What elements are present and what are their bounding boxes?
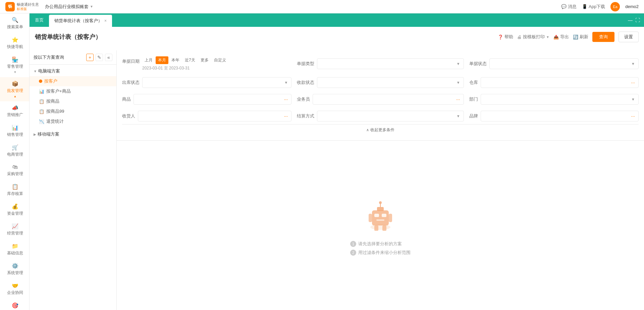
sidebar-item-finance[interactable]: 💰 资金管理 <box>0 200 29 220</box>
scheme-section-mobile-title[interactable]: ▶ 移动端方案 <box>30 129 116 139</box>
chevron-down-icon: ▼ <box>284 81 288 85</box>
recipient-input[interactable]: ··· <box>138 111 291 121</box>
export-icon: 📤 <box>553 35 559 40</box>
scheme-section-desktop-title[interactable]: ▼ 电脑端方案 <box>30 66 116 76</box>
svg-rect-1 <box>372 210 389 225</box>
sidebar-item-cooperation[interactable]: 🤝 企业协同 <box>0 279 29 299</box>
sidebar-item-quick-nav[interactable]: ⭐ 快捷导航 <box>0 33 29 53</box>
sidebar-item-system[interactable]: ⚙️ 系统管理 <box>0 259 29 279</box>
sidebar-item-retail[interactable]: 🏪 零售管理 ▼ <box>0 53 29 77</box>
cooperation-icon: 🤝 <box>12 282 18 289</box>
search-icon: 🔍 <box>12 17 18 23</box>
help-btn[interactable]: ❓ 帮助 <box>498 34 513 40</box>
empty-hints: 1 请先选择要分析的方案 2 用过滤条件来缩小分析范围 <box>350 241 411 256</box>
operations-icon: 📈 <box>12 223 18 229</box>
sidebar-item-inventory[interactable]: 📋 库存核算 <box>0 180 29 200</box>
sidebar-item-basic[interactable]: 📁 基础信息 <box>0 240 29 259</box>
department-cell: 部门 ▼ <box>467 93 639 106</box>
date-btn-last-month[interactable]: 上月 <box>142 56 155 64</box>
scheme-edit-btn[interactable]: ✎ <box>96 54 103 61</box>
out-status-cell: 出库状态 ▼ <box>122 76 294 89</box>
inventory-icon: 📋 <box>12 184 18 190</box>
date-btn-7days[interactable]: 近7天 <box>182 56 198 64</box>
sidebar-item-sales[interactable]: 📊 销售管理 <box>0 121 29 141</box>
warehouse-input[interactable]: ··· <box>481 77 639 88</box>
collapse-bar[interactable]: ∧ 收起更多条件 <box>122 124 639 136</box>
message-icon: 💬 <box>561 4 567 9</box>
order-type-input[interactable]: ▼ <box>317 58 464 69</box>
tab-expand: — ⛶ <box>628 17 644 23</box>
app-download-btn[interactable]: 📱 App下载 <box>582 4 605 10</box>
scheme-header: 按以下方案查询 + ✎ « <box>30 50 116 65</box>
tab-close-icon[interactable]: × <box>104 18 107 23</box>
query-button[interactable]: 查询 <box>592 32 614 42</box>
sidebar-item-operations[interactable]: 📈 经营管理 <box>0 220 29 240</box>
username: demo2 <box>625 4 639 9</box>
collect-status-input[interactable]: ▼ <box>317 77 464 88</box>
brand-cell: 品牌 ··· <box>467 109 639 123</box>
refresh-btn[interactable]: 🔄 刷新 <box>573 34 588 40</box>
form-row-3: 商品 ··· 业务员 ··· <box>122 93 639 106</box>
brand-input[interactable]: ··· <box>481 111 639 121</box>
export-btn[interactable]: 📤 导出 <box>553 34 569 40</box>
svg-rect-3 <box>382 214 386 217</box>
svg-point-7 <box>379 201 382 204</box>
sidebar-item-search-menu[interactable]: 🔍 搜索菜单 <box>0 13 29 33</box>
warehouse-label: 仓库 <box>469 80 478 86</box>
sidebar: 🔍 搜索菜单 ⭐ 快捷导航 🏪 零售管理 ▼ 📦 批发管理 ▲ 📣 营销推广 <box>0 13 30 310</box>
order-type-label: 单据类型 <box>297 61 314 67</box>
industry-selector[interactable]: 办公用品行业模拟账套 ▼ <box>42 4 96 10</box>
sidebar-item-wholesale[interactable]: 📦 批发管理 ▲ <box>0 77 29 101</box>
page-content: 销货单统计表（按客户） ❓ 帮助 🖨 按模板打印 ▼ <box>30 27 644 310</box>
maximize-icon[interactable]: ⛶ <box>635 17 640 23</box>
settlement-input[interactable]: ▼ <box>317 111 464 121</box>
date-range-text: 2023-03-01 至 2023-03-31 <box>142 65 291 71</box>
setting-button[interactable]: 设置 <box>619 32 639 42</box>
content-area: 首页 销货单统计表（按客户） × — ⛶ 销货单统计表（按客户） <box>30 13 644 310</box>
scheme-item-by-customer-goods[interactable]: 📊 按客户+商品 <box>30 86 116 96</box>
order-type-cell: 单据类型 ▼ <box>294 55 466 72</box>
scheme-header-title: 按以下方案查询 <box>34 54 64 60</box>
tab-active[interactable]: 销货单统计表（按客户） × <box>49 15 112 27</box>
chevron-down-icon: ▼ <box>631 97 635 101</box>
order-status-input[interactable]: ▼ <box>489 58 639 69</box>
message-btn[interactable]: 💬 消息 <box>561 4 577 10</box>
avatar[interactable]: Ea <box>610 2 620 11</box>
scheme-item-by-goods[interactable]: 📋 按商品 <box>30 96 116 106</box>
chevron-down-icon: ▼ <box>631 62 635 66</box>
print-btn[interactable]: 🖨 按模板打印 ▼ <box>517 34 549 40</box>
chevron-down-icon: ▼ <box>457 62 460 66</box>
goods-input[interactable]: ··· <box>133 94 291 105</box>
chevron-up-icon: ▲ <box>14 95 17 98</box>
scheme-item-refund-stats[interactable]: 📉 退货统计 <box>30 116 116 126</box>
date-btn-this-year[interactable]: 本年 <box>169 56 182 64</box>
page-actions: ❓ 帮助 🖨 按模板打印 ▼ 📤 导出 <box>498 32 639 42</box>
salesperson-input[interactable]: ··· <box>313 94 464 105</box>
department-input[interactable]: ▼ <box>481 94 639 105</box>
collect-status-cell: 收款状态 ▼ <box>294 76 466 89</box>
sidebar-item-guide[interactable]: 🎯 新手引导 <box>0 299 29 310</box>
date-btns: 上月 本月 本年 近7天 更多 自定义 <box>142 56 291 64</box>
scheme-item-by-goods-99[interactable]: 📋 按商品99 <box>30 106 116 116</box>
scheme-section-mobile: ▶ 移动端方案 <box>30 128 116 141</box>
svg-rect-8 <box>369 214 372 222</box>
logo-area: 畅 畅捷通好生意 标准版 <box>5 2 39 11</box>
date-btn-more[interactable]: 更多 <box>198 56 211 64</box>
tab-home[interactable]: 首页 <box>30 13 49 27</box>
svg-rect-2 <box>374 214 379 217</box>
sidebar-item-purchase[interactable]: 🛍 采购管理 <box>0 161 29 180</box>
chart-icon: 📊 <box>39 89 44 94</box>
minimize-icon[interactable]: — <box>628 17 633 23</box>
scheme-collapse-btn[interactable]: « <box>105 54 112 61</box>
date-btn-this-month[interactable]: 本月 <box>156 56 168 64</box>
sidebar-item-ecommerce[interactable]: 🛒 电商管理 <box>0 141 29 161</box>
date-btn-custom[interactable]: 自定义 <box>212 56 228 64</box>
svg-rect-5 <box>377 207 384 211</box>
ellipsis-icon: ··· <box>631 80 635 85</box>
out-status-input[interactable]: ▼ <box>142 77 291 88</box>
scheme-add-btn[interactable]: + <box>86 54 94 61</box>
sidebar-item-marketing[interactable]: 📣 营销推广 <box>0 101 29 121</box>
salesperson-ellipsis-icon: ··· <box>456 97 460 102</box>
goods-label: 商品 <box>122 96 131 102</box>
scheme-item-by-customer[interactable]: 按客户 <box>30 76 116 86</box>
